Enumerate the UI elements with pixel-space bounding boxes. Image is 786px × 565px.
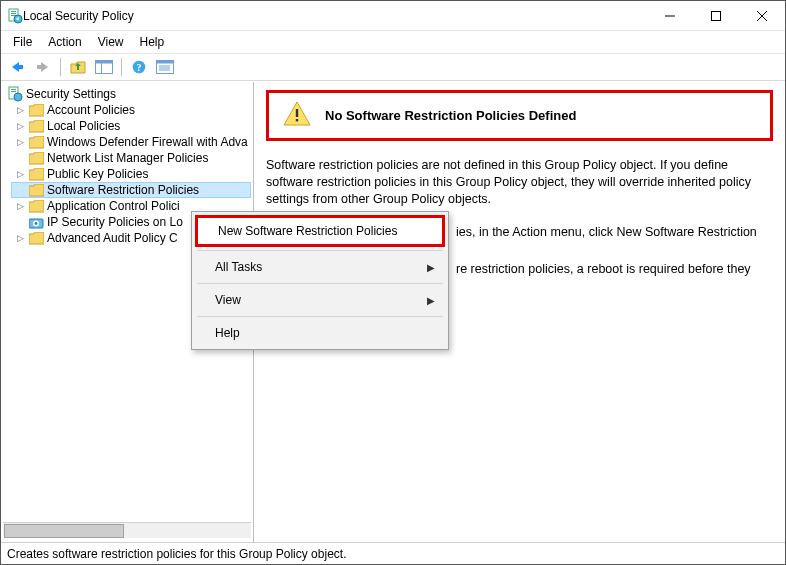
expander-blank [15,217,26,228]
menu-item-label: View [215,293,241,307]
menu-action[interactable]: Action [42,33,87,51]
expander-icon[interactable]: ▷ [15,169,26,180]
tree-item-label: Local Policies [47,119,120,133]
svg-rect-2 [11,13,16,14]
svg-rect-31 [296,119,298,121]
svg-rect-12 [37,65,42,69]
menu-help[interactable]: Help [134,33,171,51]
tree-item-label: IP Security Policies on Lo [47,215,183,229]
expander-blank [15,185,26,196]
menu-item-all-tasks[interactable]: All Tasks▶ [195,254,445,280]
submenu-arrow-icon: ▶ [427,262,435,273]
menu-item-view[interactable]: View▶ [195,287,445,313]
menu-item-new-srp[interactable]: New Software Restriction Policies [198,218,442,244]
statusbar: Creates software restriction policies fo… [1,542,785,564]
menu-item-help[interactable]: Help [195,320,445,346]
tree-root-label: Security Settings [26,87,116,101]
close-button[interactable] [739,1,785,30]
forward-button[interactable] [31,56,55,78]
toolbar-separator [121,58,122,76]
folder-icon [29,184,44,197]
app-icon [7,8,23,24]
highlight-heading: No Software Restriction Policies Defined [266,90,773,141]
tree-item[interactable]: ▷Windows Defender Firewall with Adva [11,134,251,150]
up-folder-button[interactable] [66,56,90,78]
ipsec-icon [29,216,44,229]
folder-icon [29,120,44,133]
svg-rect-6 [16,18,19,19]
tree-item-label: Windows Defender Firewall with Adva [47,135,248,149]
scrollbar-thumb[interactable] [4,524,124,538]
menubar: File Action View Help [1,31,785,53]
tree-item[interactable]: ▷Public Key Policies [11,166,251,182]
folder-icon [29,232,44,245]
window: Local Security Policy File Action View H… [0,0,786,565]
tree-item-label: Software Restriction Policies [47,183,199,197]
folder-icon [29,152,44,165]
expander-blank [15,153,26,164]
svg-rect-19 [157,61,174,64]
alert-row: No Software Restriction Policies Defined [269,93,770,138]
security-settings-icon [7,86,23,102]
folder-icon [29,200,44,213]
svg-point-29 [35,222,38,225]
expander-icon[interactable]: ▷ [15,201,26,212]
svg-rect-11 [18,65,23,69]
tree-item-label: Public Key Policies [47,167,148,181]
tree-item[interactable]: ▷Local Policies [11,118,251,134]
tree-item[interactable]: ▷Account Policies [11,102,251,118]
back-button[interactable] [5,56,29,78]
svg-text:?: ? [137,62,142,73]
svg-point-26 [14,93,22,101]
tree-item-label: Network List Manager Policies [47,151,208,165]
show-hide-tree-button[interactable] [92,56,116,78]
expander-icon[interactable]: ▷ [15,137,26,148]
menu-separator [197,283,443,284]
toolbar: ? [1,53,785,81]
svg-rect-8 [712,11,721,20]
tree-root[interactable]: Security Settings [3,86,251,102]
tree-item-label: Advanced Audit Policy C [47,231,178,245]
titlebar: Local Security Policy [1,1,785,31]
svg-rect-24 [11,89,16,90]
minimize-button[interactable] [647,1,693,30]
highlight-menu-item: New Software Restriction Policies [195,215,445,247]
menu-item-label: New Software Restriction Policies [218,224,397,238]
context-menu: New Software Restriction Policies All Ta… [191,211,449,350]
tree-item-label: Account Policies [47,103,135,117]
menu-separator [197,316,443,317]
statusbar-text: Creates software restriction policies fo… [7,547,346,561]
expander-icon[interactable]: ▷ [15,121,26,132]
warning-icon [283,101,311,130]
menu-item-label: Help [215,326,240,340]
svg-rect-1 [11,11,16,12]
maximize-button[interactable] [693,1,739,30]
folder-icon [29,168,44,181]
toolbar-separator [60,58,61,76]
svg-rect-25 [11,91,16,92]
tree-item[interactable]: Network List Manager Policies [11,150,251,166]
folder-icon [29,136,44,149]
svg-rect-30 [296,109,298,117]
tree-item-label: Application Control Polici [47,199,180,213]
window-title: Local Security Policy [23,9,647,23]
expander-icon[interactable]: ▷ [15,233,26,244]
folder-icon [29,104,44,117]
menu-separator [197,250,443,251]
expander-icon[interactable]: ▷ [15,105,26,116]
menu-item-label: All Tasks [215,260,262,274]
window-buttons [647,1,785,30]
properties-button[interactable] [153,56,177,78]
submenu-arrow-icon: ▶ [427,295,435,306]
help-button[interactable]: ? [127,56,151,78]
tree-item-selected[interactable]: Software Restriction Policies [11,182,251,198]
content-heading: No Software Restriction Policies Defined [325,108,576,123]
menu-view[interactable]: View [92,33,130,51]
tree-horizontal-scrollbar[interactable] [3,522,251,538]
content-paragraph-1: Software restriction policies are not de… [266,157,773,208]
menu-file[interactable]: File [7,33,38,51]
